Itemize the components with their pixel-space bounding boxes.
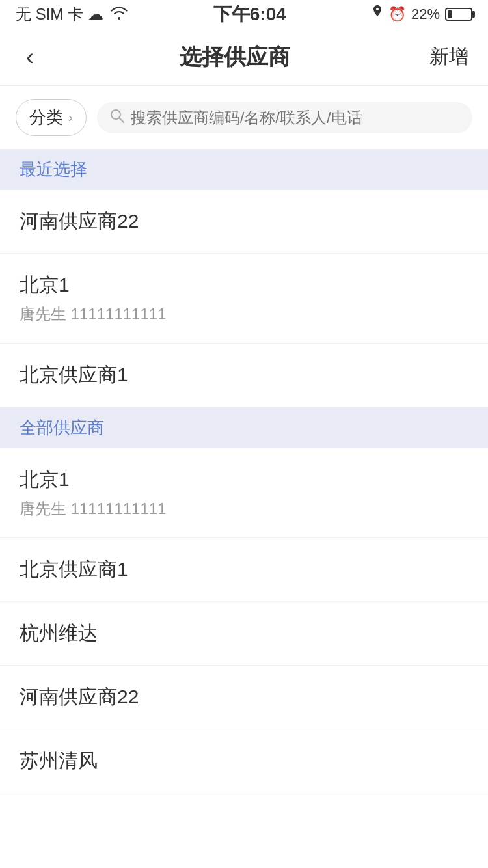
item-contact: 唐先生 11111111111 xyxy=(20,498,468,519)
item-name: 河南供应商22 xyxy=(20,208,468,235)
list-item[interactable]: 杭州维达 xyxy=(0,602,488,666)
svg-line-1 xyxy=(119,118,124,122)
add-button[interactable]: 新增 xyxy=(429,44,468,70)
alarm-icon: ⏰ xyxy=(388,6,406,23)
no-sim-text: 无 SIM 卡 ☁ xyxy=(16,4,103,25)
item-contact: 唐先生 11111111111 xyxy=(20,304,468,325)
item-name: 北京1 xyxy=(20,467,468,493)
all-list: 北京1唐先生 11111111111北京供应商1杭州维达河南供应商22苏州清风 xyxy=(0,448,488,793)
filter-bar: 分类 › xyxy=(0,86,488,149)
item-name: 北京供应商1 xyxy=(20,362,468,388)
list-item[interactable]: 北京1唐先生 11111111111 xyxy=(0,254,488,344)
item-name: 杭州维达 xyxy=(20,620,468,647)
recent-section-label: 最近选择 xyxy=(20,159,87,179)
recent-section-header: 最近选择 xyxy=(0,149,488,190)
battery-icon xyxy=(445,8,472,21)
list-item[interactable]: 北京供应商1 xyxy=(0,344,488,407)
chevron-right-icon: › xyxy=(68,110,73,125)
all-section-header: 全部供应商 xyxy=(0,407,488,448)
recent-list: 河南供应商22北京1唐先生 11111111111北京供应商1 xyxy=(0,190,488,407)
back-button[interactable]: ‹ xyxy=(20,37,40,77)
wifi-icon xyxy=(110,5,128,23)
category-button[interactable]: 分类 › xyxy=(16,99,87,136)
search-icon xyxy=(110,109,124,127)
search-input[interactable] xyxy=(131,109,459,127)
status-left: 无 SIM 卡 ☁ xyxy=(16,4,128,25)
search-box[interactable] xyxy=(97,102,472,133)
location-icon xyxy=(372,5,383,23)
list-item[interactable]: 北京供应商1 xyxy=(0,538,488,602)
battery-percent: 22% xyxy=(411,6,440,23)
page-title: 选择供应商 xyxy=(180,42,290,72)
item-name: 河南供应商22 xyxy=(20,684,468,711)
status-right: ⏰ 22% xyxy=(372,5,472,23)
list-item[interactable]: 苏州清风 xyxy=(0,729,488,793)
list-item[interactable]: 北京1唐先生 11111111111 xyxy=(0,448,488,538)
list-item[interactable]: 河南供应商22 xyxy=(0,190,488,254)
category-label: 分类 xyxy=(29,106,63,129)
item-name: 北京供应商1 xyxy=(20,556,468,583)
nav-bar: ‹ 选择供应商 新增 xyxy=(0,29,488,86)
item-name: 苏州清风 xyxy=(20,748,468,774)
status-bar: 无 SIM 卡 ☁ 下午6:04 ⏰ 22% xyxy=(0,0,488,29)
item-name: 北京1 xyxy=(20,272,468,299)
all-section-label: 全部供应商 xyxy=(20,418,104,437)
status-time: 下午6:04 xyxy=(213,2,286,27)
list-item[interactable]: 河南供应商22 xyxy=(0,666,488,729)
